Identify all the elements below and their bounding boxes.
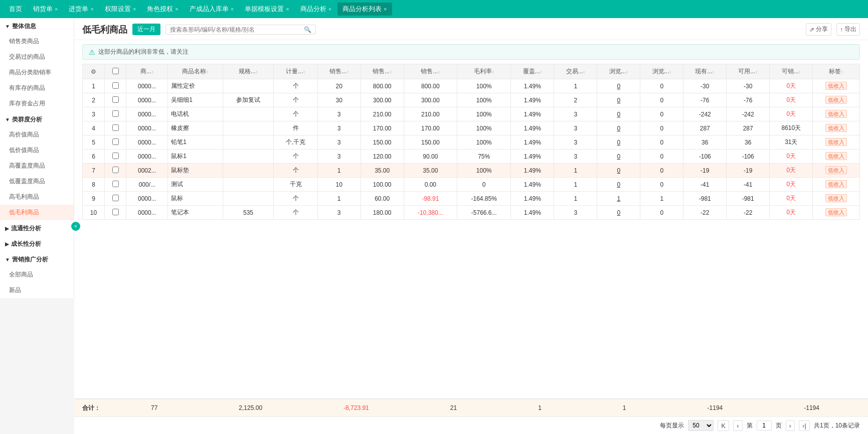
row-check[interactable] bbox=[104, 79, 126, 93]
row-available: -76 bbox=[727, 93, 770, 107]
th-view1[interactable]: 浏览...↕ bbox=[597, 64, 640, 79]
row-view1[interactable]: 0 bbox=[597, 135, 640, 150]
nav-purchase-close[interactable]: × bbox=[90, 6, 93, 12]
nav-template[interactable]: 单据模板设置× bbox=[240, 3, 294, 16]
select-all-checkbox[interactable] bbox=[112, 68, 119, 74]
row-checkbox-9[interactable] bbox=[112, 209, 119, 215]
sidebar-section-growth[interactable]: ▶ 成长性分析 bbox=[0, 236, 74, 251]
row-view1[interactable]: 0 bbox=[597, 93, 640, 107]
row-view1[interactable]: 1 bbox=[597, 192, 640, 206]
export-button[interactable]: ↑ 导出 bbox=[836, 23, 860, 36]
row-checkbox-6[interactable] bbox=[112, 167, 119, 173]
nav-analysis-close[interactable]: × bbox=[328, 6, 331, 12]
th-check[interactable] bbox=[104, 64, 126, 79]
row-check[interactable] bbox=[104, 206, 126, 220]
sidebar-item-sales-goods[interactable]: 销售类商品 bbox=[0, 34, 74, 49]
th-view2[interactable]: 浏览...↕ bbox=[640, 64, 683, 79]
sidebar-item-traded[interactable]: 交易过的商品 bbox=[0, 49, 74, 65]
row-check[interactable] bbox=[104, 135, 126, 150]
row-view1[interactable]: 0 bbox=[597, 206, 640, 220]
row-checkbox-8[interactable] bbox=[112, 195, 119, 201]
sidebar-item-high-margin[interactable]: 高毛利商品 bbox=[0, 189, 74, 205]
sidebar-collapse-btn[interactable]: « bbox=[71, 222, 80, 231]
search-icon[interactable]: 🔍 bbox=[304, 26, 311, 33]
search-input[interactable] bbox=[170, 26, 304, 33]
row-checkbox-7[interactable] bbox=[112, 181, 119, 187]
nav-analysis-list-close[interactable]: × bbox=[384, 6, 387, 12]
row-check[interactable] bbox=[104, 164, 126, 178]
page-number-input[interactable] bbox=[757, 420, 772, 430]
row-view1[interactable]: 0 bbox=[597, 150, 640, 164]
row-view1[interactable]: 0 bbox=[597, 121, 640, 135]
page-first-btn[interactable]: K bbox=[718, 420, 729, 431]
nav-permissions[interactable]: 权限设置× bbox=[100, 3, 141, 16]
sidebar-section-general[interactable]: ▼ 整体信息 bbox=[0, 18, 74, 34]
th-sales-amount[interactable]: 销售...↕ bbox=[361, 64, 404, 79]
row-check[interactable] bbox=[104, 178, 126, 192]
row-check[interactable] bbox=[104, 192, 126, 206]
th-coverage[interactable]: 覆盖...↕ bbox=[511, 64, 554, 79]
row-check[interactable] bbox=[104, 121, 126, 135]
th-available[interactable]: 可用...↕ bbox=[727, 64, 770, 79]
table-container[interactable]: ⚙ 商...↕ 商品名称↕ 规格...↕ 计量...↕ 销售...↕ 销售...… bbox=[74, 64, 868, 398]
table-row: 5 0000... 铅笔1 个,千克 3 150.00 150.00 100% … bbox=[83, 135, 860, 150]
nav-product-in-close[interactable]: × bbox=[231, 6, 234, 12]
th-saleable[interactable]: 可销...↕ bbox=[770, 64, 813, 79]
th-current[interactable]: 现有...↕ bbox=[683, 64, 727, 79]
nav-product-in[interactable]: 产成品入库单× bbox=[185, 3, 239, 16]
th-sales-profit[interactable]: 销售...↕ bbox=[404, 64, 457, 79]
row-checkbox-5[interactable] bbox=[112, 153, 119, 159]
th-margin[interactable]: 毛利率↕ bbox=[457, 64, 510, 79]
th-name[interactable]: 商品名称↕ bbox=[168, 64, 223, 79]
page-prev-btn[interactable]: ‹ bbox=[733, 420, 742, 431]
sidebar-item-in-stock[interactable]: 有库存的商品 bbox=[0, 80, 74, 96]
sidebar-section-cluster[interactable]: ▼ 类群度分析 bbox=[0, 111, 74, 127]
row-checkbox-2[interactable] bbox=[112, 110, 119, 117]
row-view1[interactable]: 0 bbox=[597, 178, 640, 192]
th-settings[interactable]: ⚙ bbox=[83, 64, 105, 79]
th-sales-count[interactable]: 销售...↕ bbox=[317, 64, 361, 79]
row-checkbox-3[interactable] bbox=[112, 124, 119, 131]
th-code[interactable]: 商...↕ bbox=[126, 64, 168, 79]
sidebar-item-inventory-capital[interactable]: 库存资金占用 bbox=[0, 96, 74, 111]
page-size-select[interactable]: 50 20 100 bbox=[688, 420, 714, 431]
row-tag: 低收入 bbox=[813, 93, 860, 107]
sidebar-item-low-margin[interactable]: 低毛利商品 bbox=[0, 205, 74, 220]
nav-template-close[interactable]: × bbox=[286, 6, 289, 12]
sidebar-item-low-coverage[interactable]: 低覆盖度商品 bbox=[0, 174, 74, 189]
period-button[interactable]: 近一月 bbox=[132, 24, 160, 35]
sidebar-item-category-rate[interactable]: 商品分类助销率 bbox=[0, 65, 74, 80]
th-spec[interactable]: 规格...↕ bbox=[223, 64, 274, 79]
row-view1[interactable]: 0 bbox=[597, 79, 640, 93]
sidebar-section-circulation[interactable]: ▶ 流通性分析 bbox=[0, 220, 74, 236]
sidebar-item-all-goods[interactable]: 全部商品 bbox=[0, 267, 74, 282]
nav-roles[interactable]: 角色授权× bbox=[142, 3, 183, 16]
nav-sales[interactable]: 销货单× bbox=[28, 3, 63, 16]
th-tag[interactable]: 标签↕ bbox=[813, 64, 860, 79]
row-check[interactable] bbox=[104, 93, 126, 107]
sidebar-item-high-coverage[interactable]: 高覆盖度商品 bbox=[0, 158, 74, 174]
th-unit[interactable]: 计量...↕ bbox=[274, 64, 317, 79]
page-next-btn[interactable]: › bbox=[786, 420, 795, 431]
nav-analysis[interactable]: 商品分析× bbox=[295, 3, 336, 16]
row-view1[interactable]: 0 bbox=[597, 107, 640, 121]
row-checkbox-1[interactable] bbox=[112, 96, 119, 103]
row-check[interactable] bbox=[104, 150, 126, 164]
sidebar-item-low-value[interactable]: 低价值商品 bbox=[0, 142, 74, 158]
sidebar-section-marketing[interactable]: ▼ 营销推广分析 bbox=[0, 251, 74, 267]
nav-home[interactable]: 首页 bbox=[4, 3, 27, 16]
row-checkbox-0[interactable] bbox=[112, 82, 119, 89]
nav-analysis-list[interactable]: 商品分析列表× bbox=[337, 3, 392, 16]
sidebar-item-new-goods[interactable]: 新品 bbox=[0, 282, 74, 298]
share-button[interactable]: ⇗ 分享 bbox=[806, 23, 831, 36]
nav-roles-close[interactable]: × bbox=[175, 6, 178, 12]
th-trade[interactable]: 交易...↕ bbox=[554, 64, 597, 79]
nav-permissions-close[interactable]: × bbox=[133, 6, 136, 12]
row-check[interactable] bbox=[104, 107, 126, 121]
nav-purchase[interactable]: 进货单× bbox=[64, 3, 98, 16]
page-last-btn[interactable]: ›| bbox=[799, 420, 810, 431]
row-view1[interactable]: 0 bbox=[597, 164, 640, 178]
sidebar-item-high-value[interactable]: 高价值商品 bbox=[0, 127, 74, 142]
nav-sales-close[interactable]: × bbox=[55, 6, 58, 12]
row-checkbox-4[interactable] bbox=[112, 138, 119, 145]
